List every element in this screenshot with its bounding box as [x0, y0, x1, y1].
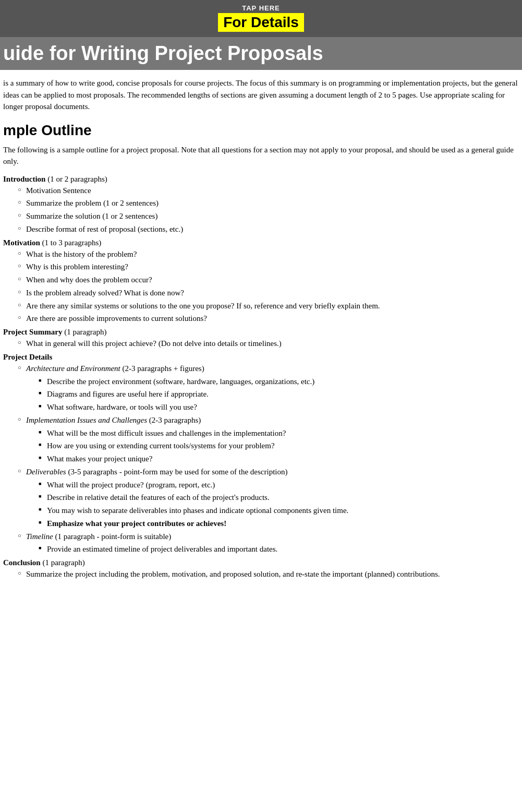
subitem-deliverables: Deliverables (3-5 paragraphs - point-for…: [18, 467, 518, 530]
list-item: Describe the project environment (softwa…: [39, 376, 518, 388]
architecture-bullets: Describe the project environment (softwa…: [26, 376, 518, 413]
list-item: Provide an estimated timeline of project…: [39, 544, 518, 555]
sample-outline-heading: mple Outline: [3, 122, 518, 139]
timeline-bullets: Provide an estimated timeline of project…: [26, 544, 518, 555]
subitem-architecture: Architecture and Environment (2-3 paragr…: [18, 363, 518, 413]
list-item: What makes your project unique?: [39, 453, 518, 465]
section-conclusion: Conclusion (1 paragraph) Summarize the p…: [3, 558, 518, 580]
section-conclusion-label: Conclusion: [3, 558, 41, 567]
list-item: What will be the most difficult issues a…: [39, 428, 518, 439]
list-item: Why is this problem interesting?: [18, 261, 518, 273]
list-item: Summarize the solution (1 or 2 sentences…: [18, 211, 518, 222]
subitem-timeline: Timeline (1 paragraph - point-form is su…: [18, 531, 518, 556]
section-motivation: Motivation (1 to 3 paragraphs) What is t…: [3, 238, 518, 325]
header-bar: TAP HERE For Details: [0, 0, 522, 37]
main-title: uide for Writing Project Proposals: [0, 42, 323, 64]
list-item: What will the project produce? (program,…: [39, 480, 518, 491]
section-conclusion-detail: (1 paragraph): [41, 558, 85, 567]
intro-paragraph: is a summary of how to write good, conci…: [3, 77, 518, 113]
outline-list: Introduction (1 or 2 paragraphs) Motivat…: [3, 175, 518, 580]
list-item: How are you using or extending current t…: [39, 440, 518, 452]
list-item: Describe format of rest of proposal (sec…: [18, 224, 518, 235]
implementation-label: Implementation Issues and Challenges: [26, 416, 147, 424]
timeline-label: Timeline: [26, 532, 53, 541]
section-project-details: Project Details Architecture and Environ…: [3, 353, 518, 555]
section-motivation-label: Motivation: [3, 238, 40, 247]
content-area: is a summary of how to write good, conci…: [0, 70, 522, 594]
project-details-items: Architecture and Environment (2-3 paragr…: [3, 363, 518, 555]
subitem-implementation: Implementation Issues and Challenges (2-…: [18, 415, 518, 465]
deliverables-detail: (3-5 paragraphs - point-form may be used…: [66, 468, 288, 476]
list-item: Are there are possible improvements to c…: [18, 313, 518, 325]
section-project-details-label: Project Details: [3, 353, 52, 361]
implementation-bullets: What will be the most difficult issues a…: [26, 428, 518, 465]
title-bar: uide for Writing Project Proposals: [0, 37, 522, 70]
architecture-label: Architecture and Environment: [26, 364, 120, 373]
deliverables-label: Deliverables: [26, 468, 66, 476]
sample-intro-text: The following is a sample outline for a …: [3, 144, 518, 168]
tap-here-label: TAP HERE: [0, 4, 522, 12]
conclusion-items: Summarize the project including the prob…: [3, 569, 518, 580]
section-introduction: Introduction (1 or 2 paragraphs) Motivat…: [3, 175, 518, 235]
list-item: Are there any similar systems or solutio…: [18, 301, 518, 312]
list-item: What software, hardware, or tools will y…: [39, 402, 518, 413]
list-item: Describe in relative detail the features…: [39, 492, 518, 504]
list-item: Diagrams and figures are useful here if …: [39, 389, 518, 400]
architecture-detail: (2-3 paragraphs + figures): [120, 364, 204, 373]
motivation-items: What is the history of the problem? Why …: [3, 249, 518, 325]
list-item: When and why does the problem occur?: [18, 274, 518, 286]
list-item: You may wish to separate deliverables in…: [39, 505, 518, 517]
section-project-summary-label: Project Summary: [3, 328, 62, 336]
list-item: What is the history of the problem?: [18, 249, 518, 260]
section-introduction-detail: (1 or 2 paragraphs): [45, 175, 107, 183]
for-details-button[interactable]: For Details: [218, 13, 304, 32]
list-item: Summarize the problem (1 or 2 sentences): [18, 198, 518, 209]
list-item-emphasize: Emphasize what your project contributes …: [39, 518, 518, 530]
emphasize-text: Emphasize what your project contributes …: [47, 519, 226, 528]
section-motivation-detail: (1 to 3 paragraphs): [40, 238, 101, 247]
introduction-items: Motivation Sentence Summarize the proble…: [3, 185, 518, 235]
list-item: Is the problem already solved? What is d…: [18, 288, 518, 299]
section-introduction-label: Introduction: [3, 175, 45, 183]
list-item: Summarize the project including the prob…: [18, 569, 518, 580]
implementation-detail: (2-3 paragraphs): [147, 416, 201, 424]
section-project-summary-detail: (1 paragraph): [62, 328, 106, 336]
deliverables-bullets: What will the project produce? (program,…: [26, 480, 518, 530]
section-project-summary: Project Summary (1 paragraph) What in ge…: [3, 328, 518, 350]
timeline-detail: (1 paragraph - point-form is suitable): [53, 532, 172, 541]
list-item: What in general will this project achiev…: [18, 338, 518, 350]
project-summary-items: What in general will this project achiev…: [3, 338, 518, 350]
list-item: Motivation Sentence: [18, 185, 518, 197]
